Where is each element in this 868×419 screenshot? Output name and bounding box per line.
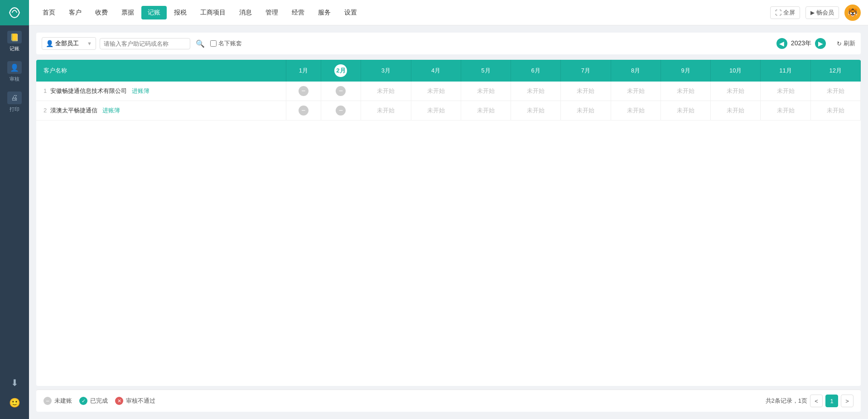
not-started-label: 未开始: [527, 107, 545, 114]
legend-not-built: −未建账: [43, 397, 72, 405]
nav-item-bizitem[interactable]: 工商项目: [194, 6, 232, 19]
nav-item-bookkeeping[interactable]: 记账: [141, 6, 167, 19]
sidebar-item-print[interactable]: 🖨 打印: [7, 86, 22, 116]
search-button[interactable]: 🔍: [194, 39, 207, 48]
table-header: 客户名称1月2月3月4月5月6月7月8月9月10月11月12月: [36, 60, 861, 82]
month-cell-12: 未开始: [810, 101, 860, 120]
month-cell-5: 未开始: [461, 82, 511, 101]
sidebar-item-audit[interactable]: 👤 审核: [7, 56, 22, 86]
col-month-9: 9月: [661, 60, 710, 82]
vip-button[interactable]: ▶ 畅会员: [805, 6, 839, 19]
nav-item-service[interactable]: 服务: [312, 6, 337, 19]
col-month-3: 3月: [361, 60, 411, 82]
sidebar-item-download[interactable]: ⬇: [0, 374, 29, 392]
client-name: 安徽畅捷通信息技术有限公司: [50, 87, 127, 94]
sidebar: 📒 记账 👤 审核 🖨 打印 ⬇ 🙂: [0, 0, 29, 419]
month-cell-8: 未开始: [611, 82, 661, 101]
col-month-5: 5月: [461, 60, 511, 82]
not-started-label: 未开始: [377, 87, 395, 94]
month-cell-1[interactable]: −: [286, 82, 321, 101]
month-cell-4: 未开始: [411, 101, 461, 120]
total-records-text: 共2条记录，1页: [766, 397, 807, 405]
month-cell-2[interactable]: −: [321, 82, 361, 101]
month-cell-9: 未开始: [661, 101, 710, 120]
not-started-label: 未开始: [477, 107, 495, 114]
sidebar-item-bookkeeping[interactable]: 📒 记账: [7, 25, 22, 56]
mine-filter-checkbox[interactable]: [210, 40, 217, 47]
month-cell-12: 未开始: [810, 82, 860, 101]
mine-filter-label[interactable]: 名下账套: [210, 39, 242, 48]
not-started-label: 未开始: [827, 107, 844, 114]
month-cell-4: 未开始: [411, 82, 461, 101]
col-month-4: 4月: [411, 60, 461, 82]
table-body: 1 安徽畅捷通信息技术有限公司 进账簿 −−未开始未开始未开始未开始未开始未开始…: [36, 82, 861, 120]
month-cell-8: 未开始: [611, 101, 661, 120]
next-year-button[interactable]: ▶: [815, 38, 826, 49]
footer: −未建账✓已完成✕审核不通过 共2条记录，1页 < 1 >: [36, 390, 861, 412]
year-display: 2023年: [791, 39, 811, 48]
month-cell-11: 未开始: [761, 101, 810, 120]
col-month-12: 12月: [810, 60, 860, 82]
not-started-label: 未开始: [477, 87, 495, 94]
month-cell-7: 未开始: [561, 101, 611, 120]
nav-item-fee[interactable]: 收费: [89, 6, 114, 19]
month-cell-10: 未开始: [711, 101, 761, 120]
status-dash-icon: −: [336, 86, 346, 96]
sidebar-item-support[interactable]: 🙂: [0, 394, 29, 412]
nav-item-message[interactable]: 消息: [233, 6, 258, 19]
not-started-label: 未开始: [677, 107, 694, 114]
bookkeeping-table: 客户名称1月2月3月4月5月6月7月8月9月10月11月12月 1 安徽畅捷通信…: [36, 60, 861, 386]
nav-item-operation[interactable]: 经营: [285, 6, 311, 19]
nav-item-home[interactable]: 首页: [36, 6, 62, 19]
fullscreen-button[interactable]: ⛶ 全屏: [770, 6, 800, 19]
legend-icon-not-built: −: [43, 397, 52, 405]
month-cell-2[interactable]: −: [321, 101, 361, 120]
month-cell-9: 未开始: [661, 82, 710, 101]
nav-item-customer[interactable]: 客户: [63, 6, 88, 19]
employee-filter[interactable]: 👤 全部员工 ▼: [42, 37, 96, 50]
nav-item-settings[interactable]: 设置: [338, 6, 363, 19]
col-month-7: 7月: [561, 60, 611, 82]
nav-item-tax[interactable]: 报税: [168, 6, 193, 19]
nav-item-manage[interactable]: 管理: [259, 6, 285, 19]
enter-ledger-link[interactable]: 进账簿: [102, 107, 120, 114]
logo[interactable]: [0, 0, 29, 25]
nav-item-invoice[interactable]: 票据: [115, 6, 140, 19]
refresh-label: 刷新: [844, 39, 855, 48]
refresh-button[interactable]: ↻ 刷新: [837, 39, 855, 48]
not-started-label: 未开始: [727, 87, 744, 94]
avatar[interactable]: 🐯: [844, 5, 861, 21]
col-month-10: 10月: [711, 60, 761, 82]
legend-icon-done: ✓: [79, 397, 87, 405]
not-started-label: 未开始: [577, 107, 594, 114]
table-row: 1 安徽畅捷通信息技术有限公司 进账簿 −−未开始未开始未开始未开始未开始未开始…: [36, 82, 861, 101]
toolbar: 👤 全部员工 ▼ 🔍 名下账套 ◀ 2023年 ▶ ↻ 刷新: [36, 33, 861, 54]
next-page-button[interactable]: >: [841, 395, 854, 407]
not-started-label: 未开始: [627, 87, 645, 94]
not-started-label: 未开始: [677, 87, 694, 94]
col-month-8: 8月: [611, 60, 661, 82]
client-name-cell: 1 安徽畅捷通信息技术有限公司 进账簿: [36, 82, 286, 101]
not-started-label: 未开始: [727, 107, 744, 114]
search-input[interactable]: [100, 38, 190, 49]
legend-done: ✓已完成: [79, 397, 108, 405]
person-icon: 👤: [46, 40, 53, 47]
not-started-label: 未开始: [577, 87, 594, 94]
enter-ledger-link[interactable]: 进账簿: [132, 87, 149, 94]
audit-icon: 👤: [7, 61, 22, 74]
prev-page-button[interactable]: <: [810, 395, 823, 407]
sidebar-item-label: 审核: [10, 76, 19, 82]
col-month-2: 2月: [321, 60, 361, 82]
not-started-label: 未开始: [627, 107, 645, 114]
month-cell-1[interactable]: −: [286, 101, 321, 120]
current-page-button[interactable]: 1: [825, 395, 838, 407]
refresh-icon: ↻: [837, 40, 842, 47]
month-cell-10: 未开始: [711, 82, 761, 101]
month-cell-6: 未开始: [511, 82, 561, 101]
sidebar-bottom: ⬇ 🙂: [0, 374, 29, 419]
col-month-1: 1月: [286, 60, 321, 82]
year-navigation: ◀ 2023年 ▶: [776, 38, 826, 49]
prev-year-button[interactable]: ◀: [776, 38, 787, 49]
month-cell-3: 未开始: [361, 82, 411, 101]
legend-rejected: ✕审核不通过: [115, 397, 155, 405]
